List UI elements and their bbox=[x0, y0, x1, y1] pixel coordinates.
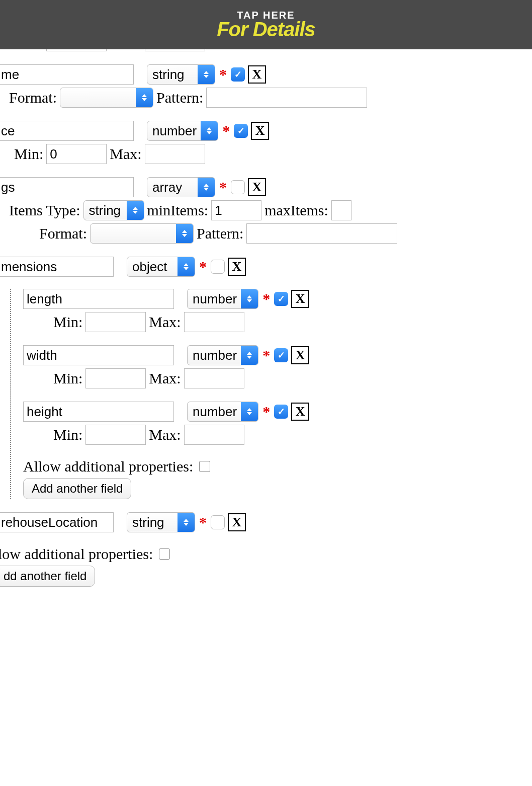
chevron-updown-icon bbox=[178, 513, 195, 532]
required-checkbox[interactable] bbox=[274, 292, 288, 306]
chevron-updown-icon bbox=[176, 224, 193, 243]
max-label: Max: bbox=[149, 313, 181, 331]
required-asterisk: * bbox=[199, 514, 207, 531]
delete-button[interactable]: X bbox=[228, 513, 246, 531]
min-input[interactable] bbox=[85, 368, 146, 388]
type-select[interactable]: number bbox=[147, 121, 218, 141]
delete-button[interactable]: X bbox=[228, 258, 246, 276]
pattern-input[interactable] bbox=[206, 88, 367, 108]
field-name-input[interactable] bbox=[23, 289, 174, 309]
min-items-input[interactable] bbox=[211, 200, 261, 220]
required-asterisk: * bbox=[219, 66, 227, 83]
allow-additional-label: Allow additional properties: bbox=[23, 458, 193, 475]
field-name-input[interactable] bbox=[23, 345, 174, 365]
field-name-input[interactable] bbox=[0, 121, 134, 141]
type-select[interactable]: number bbox=[187, 402, 258, 422]
required-checkbox[interactable] bbox=[231, 67, 245, 82]
items-type-select[interactable]: string bbox=[83, 200, 144, 220]
max-input[interactable] bbox=[184, 368, 244, 388]
min-label: Min: bbox=[53, 313, 82, 331]
allow-additional-checkbox[interactable] bbox=[199, 461, 210, 472]
required-checkbox[interactable] bbox=[211, 260, 225, 274]
required-asterisk: * bbox=[262, 403, 270, 420]
max-input[interactable] bbox=[145, 144, 205, 164]
required-checkbox[interactable] bbox=[274, 348, 288, 362]
min-label: Min: bbox=[14, 145, 43, 163]
max-label: Max: bbox=[149, 370, 181, 387]
required-asterisk: * bbox=[262, 347, 270, 364]
max-label: Max: bbox=[149, 426, 181, 443]
format-select[interactable] bbox=[90, 223, 194, 244]
chevron-updown-icon bbox=[178, 257, 195, 276]
min-label: Min: bbox=[53, 426, 82, 443]
max-input[interactable] bbox=[184, 312, 244, 332]
delete-button[interactable]: X bbox=[291, 403, 309, 421]
promo-banner[interactable]: TAP HERE For Details bbox=[0, 0, 532, 49]
required-asterisk: * bbox=[262, 290, 270, 307]
format-select[interactable] bbox=[60, 88, 153, 108]
format-label: Format: bbox=[9, 89, 57, 106]
required-asterisk: * bbox=[222, 122, 230, 139]
required-checkbox[interactable] bbox=[274, 405, 288, 419]
chevron-updown-icon bbox=[127, 201, 144, 220]
type-select[interactable]: number bbox=[187, 289, 258, 309]
min-input[interactable] bbox=[85, 425, 146, 445]
chevron-updown-icon bbox=[241, 289, 258, 308]
chevron-updown-icon bbox=[198, 65, 215, 84]
pattern-label: Pattern: bbox=[156, 89, 203, 106]
field-name-input[interactable] bbox=[0, 512, 114, 532]
delete-button[interactable]: X bbox=[248, 65, 266, 84]
chevron-updown-icon bbox=[198, 178, 215, 197]
allow-additional-label: low additional properties: bbox=[0, 545, 153, 563]
min-label: Min: bbox=[53, 370, 82, 387]
required-checkbox[interactable] bbox=[231, 180, 245, 194]
chevron-updown-icon bbox=[136, 88, 153, 107]
delete-button[interactable]: X bbox=[291, 346, 309, 364]
type-select[interactable]: number bbox=[187, 345, 258, 365]
delete-button[interactable]: X bbox=[291, 290, 309, 308]
format-label: Format: bbox=[39, 225, 87, 242]
max-label: Max: bbox=[110, 145, 141, 163]
max-input[interactable] bbox=[184, 425, 244, 445]
field-name-input[interactable] bbox=[0, 64, 134, 85]
add-field-button[interactable]: Add another field bbox=[23, 478, 131, 499]
field-name-input[interactable] bbox=[23, 402, 174, 422]
chevron-updown-icon bbox=[201, 121, 218, 140]
required-asterisk: * bbox=[199, 258, 207, 275]
banner-line2: For Details bbox=[217, 19, 315, 39]
delete-button[interactable]: X bbox=[251, 122, 269, 140]
field-name-input[interactable] bbox=[0, 257, 114, 277]
min-items-label: minItems: bbox=[147, 202, 209, 219]
type-select[interactable]: string bbox=[127, 512, 195, 532]
pattern-label: Pattern: bbox=[197, 225, 243, 242]
required-checkbox[interactable] bbox=[211, 515, 225, 529]
min-input[interactable] bbox=[85, 312, 146, 332]
pattern-input[interactable] bbox=[246, 223, 397, 244]
field-name-input[interactable] bbox=[0, 177, 134, 197]
chevron-updown-icon bbox=[241, 346, 258, 365]
max-items-label: maxItems: bbox=[264, 202, 328, 219]
required-checkbox[interactable] bbox=[234, 124, 248, 138]
required-asterisk: * bbox=[219, 179, 227, 196]
add-field-button[interactable]: dd another field bbox=[0, 566, 95, 587]
min-input[interactable] bbox=[46, 144, 107, 164]
allow-additional-checkbox[interactable] bbox=[159, 548, 170, 560]
delete-button[interactable]: X bbox=[248, 178, 266, 196]
items-type-label: Items Type: bbox=[9, 202, 80, 219]
type-select[interactable]: object bbox=[127, 257, 195, 277]
max-items-input[interactable] bbox=[331, 200, 351, 220]
chevron-updown-icon bbox=[241, 402, 258, 421]
type-select[interactable]: string bbox=[147, 64, 215, 85]
type-select[interactable]: array bbox=[147, 177, 215, 197]
